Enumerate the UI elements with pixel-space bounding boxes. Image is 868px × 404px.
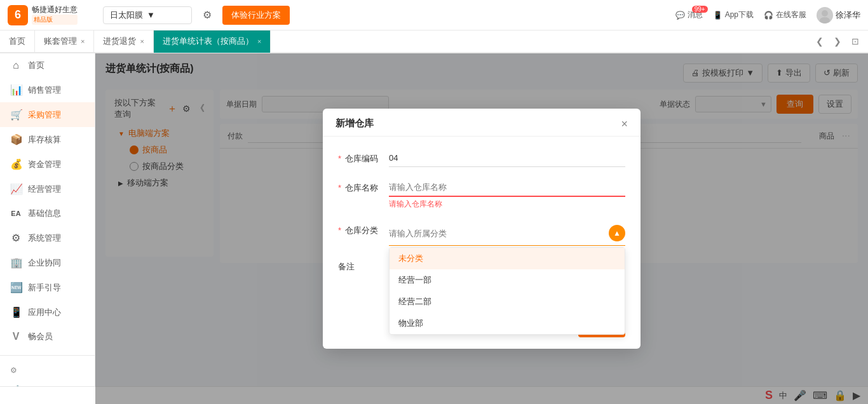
sidebar-label-home: 首页 <box>28 60 44 71</box>
sidebar-item-sales[interactable]: 📊 销售管理 <box>0 77 95 102</box>
sidebar-item-home[interactable]: ⌂ 首页 <box>0 53 95 77</box>
top-header: 6 畅捷通好生意 精品版 日太阳膜 ▼ ⚙ 体验行业方案 💬 消息 99+ 📱 … <box>0 0 868 30</box>
app-center-icon: 📱 <box>10 306 22 318</box>
category-dropdown: 未分类 经营一部 经营二部 物业部 <box>389 247 625 335</box>
warehouse-name-error: 请输入仓库名称 <box>389 199 625 210</box>
sidebar-item-member[interactable]: V 畅会员 <box>0 325 95 349</box>
select-up-arrow-icon[interactable]: ▲ <box>609 225 625 241</box>
modal-close-button[interactable]: × <box>621 118 628 130</box>
message-icon: 💬 <box>675 11 685 20</box>
online-service[interactable]: 🎧 在线客服 <box>764 10 806 20</box>
sidebar-label-operation: 经营管理 <box>28 184 61 195</box>
app-download[interactable]: 📱 App下载 <box>713 10 754 20</box>
online-service-label: 在线客服 <box>776 10 806 20</box>
tab-prev-icon[interactable]: ❮ <box>812 34 827 49</box>
avatar <box>817 7 833 24</box>
modal-overlay: 新增仓库 × * 仓库编码 <box>95 53 868 404</box>
warehouse-name-input[interactable] <box>389 178 625 197</box>
sidebar-item-basic[interactable]: EA 基础信息 <box>0 201 95 226</box>
sidebar-label-sales: 销售管理 <box>28 84 61 96</box>
close-icon[interactable]: × <box>257 37 261 45</box>
dropdown-item-0[interactable]: 未分类 <box>390 248 625 269</box>
member-icon: V <box>10 331 22 342</box>
warehouse-code-input[interactable] <box>389 149 625 167</box>
warehouse-cat-label: * 仓库分类 <box>338 221 389 236</box>
modal-dialog: 新增仓库 × * 仓库编码 <box>323 109 641 349</box>
sidebar-item-purchase[interactable]: 🛒 采购管理 <box>0 102 95 127</box>
sidebar-item-finance[interactable]: 💰 资金管理 <box>0 152 95 177</box>
tab-bar: 首页 账套管理 × 进货退货 × 进货单统计表（按商品） × ❮ ❯ ⊡ <box>0 30 868 53</box>
warehouse-code-label: * 仓库编码 <box>338 149 389 165</box>
content-area: 进货单统计(按商品) 🖨 按模板打印 ▼ ⬆ 导出 ↺ 刷新 <box>95 53 868 404</box>
finance-icon: 💰 <box>10 158 22 170</box>
warehouse-name-control: 请输入仓库名称 <box>389 178 625 210</box>
form-row-category: * 仓库分类 ▲ 未分类 经营一部 经 <box>338 221 625 246</box>
settings-icon[interactable]: ⚙ <box>197 5 217 25</box>
close-icon[interactable]: × <box>140 37 144 45</box>
sidebar-label-app-center: 应用中心 <box>28 307 61 318</box>
search-text: 日太阳膜 <box>110 10 143 21</box>
purchase-icon: 🛒 <box>10 109 22 121</box>
svg-point-1 <box>820 17 830 24</box>
tab-purchase-stats[interactable]: 进货单统计表（按商品） × <box>154 30 271 53</box>
tab-right-controls: ❮ ❯ ⊡ <box>812 34 868 49</box>
sidebar-item-app-center[interactable]: 📱 应用中心 <box>0 300 95 325</box>
header-search: 日太阳膜 ▼ ⚙ 体验行业方案 <box>103 5 675 25</box>
message-notif[interactable]: 💬 消息 99+ <box>675 10 703 20</box>
sidebar-item-operation[interactable]: 📈 经营管理 <box>0 177 95 201</box>
try-industry-button[interactable]: 体验行业方案 <box>222 6 290 25</box>
tab-next-icon[interactable]: ❯ <box>830 34 845 49</box>
sidebar-label-purchase: 采购管理 <box>28 109 61 121</box>
sidebar-label-newbie: 新手引导 <box>28 282 61 293</box>
tab-purchase-return[interactable]: 进货退货 × <box>94 30 153 53</box>
warehouse-cat-select[interactable]: ▲ <box>389 221 625 246</box>
tab-account[interactable]: 账套管理 × <box>35 30 94 53</box>
header-right: 💬 消息 99+ 📱 App下载 🎧 在线客服 徐泽华 <box>675 7 860 24</box>
headset-icon: 🎧 <box>764 11 773 20</box>
system-icon: ⚙ <box>10 232 22 244</box>
tab-expand-icon[interactable]: ⊡ <box>848 34 863 49</box>
modal-body: * 仓库编码 * 仓库名称 <box>323 137 641 304</box>
inventory-icon: 📦 <box>10 133 22 145</box>
form-row-name: * 仓库名称 请输入仓库名称 <box>338 178 625 210</box>
dropdown-item-2[interactable]: 经营二部 <box>390 291 625 313</box>
sidebar-label-inventory: 库存核算 <box>28 134 61 145</box>
logo-icon: 6 <box>8 5 28 25</box>
enterprise-icon: 🏢 <box>10 257 22 269</box>
dropdown-item-1[interactable]: 经营一部 <box>390 269 625 291</box>
sidebar-label-basic: 基础信息 <box>28 208 61 219</box>
warehouse-name-label: * 仓库名称 <box>338 178 389 194</box>
sidebar-item-system[interactable]: ⚙ 系统管理 <box>0 226 95 250</box>
modal-title: 新增仓库 <box>336 118 374 130</box>
operation-icon: 📈 <box>10 183 22 195</box>
sidebar-item-inventory[interactable]: 📦 库存核算 <box>0 127 95 152</box>
app-download-label: App下载 <box>725 10 754 20</box>
warehouse-cat-input[interactable] <box>389 229 609 238</box>
warehouse-cat-control: ▲ 未分类 经营一部 经营二部 物业部 <box>389 221 625 246</box>
note-label: 备注 <box>338 257 389 273</box>
home-icon: ⌂ <box>10 60 22 71</box>
chevron-down-icon: ▼ <box>147 10 155 20</box>
sidebar-item-newbie[interactable]: 🆕 新手引导 <box>0 275 95 300</box>
user-info[interactable]: 徐泽华 <box>817 7 860 24</box>
dropdown-item-3[interactable]: 物业部 <box>390 313 625 334</box>
sales-icon: 📊 <box>10 84 22 96</box>
sidebar-label-system: 系统管理 <box>28 232 61 244</box>
main-layout: ⌂ 首页 📊 销售管理 🛒 采购管理 📦 库存核算 💰 资金管理 📈 经营管理 … <box>0 53 868 404</box>
sidebar-label-enterprise: 企业协同 <box>28 257 61 269</box>
logo-area: 6 畅捷通好生意 精品版 <box>8 5 103 25</box>
sidebar-settings[interactable]: ⚙ <box>0 361 95 380</box>
svg-point-0 <box>822 10 828 17</box>
tab-home[interactable]: 首页 <box>0 30 35 53</box>
logo-name: 畅捷通好生意 <box>32 5 78 15</box>
sidebar: ⌂ 首页 📊 销售管理 🛒 采购管理 📦 库存核算 💰 资金管理 📈 经营管理 … <box>0 53 95 404</box>
modal-header: 新增仓库 × <box>323 109 641 137</box>
close-icon[interactable]: × <box>81 37 85 45</box>
username-label: 徐泽华 <box>836 10 860 21</box>
settings-bottom-icon: ⚙ <box>10 366 17 375</box>
notif-badge: 99+ <box>692 6 708 13</box>
sidebar-item-enterprise[interactable]: 🏢 企业协同 <box>0 250 95 275</box>
search-select[interactable]: 日太阳膜 ▼ <box>103 6 192 24</box>
logo-badge: 精品版 <box>32 15 78 25</box>
phone-icon: 📱 <box>713 11 722 20</box>
